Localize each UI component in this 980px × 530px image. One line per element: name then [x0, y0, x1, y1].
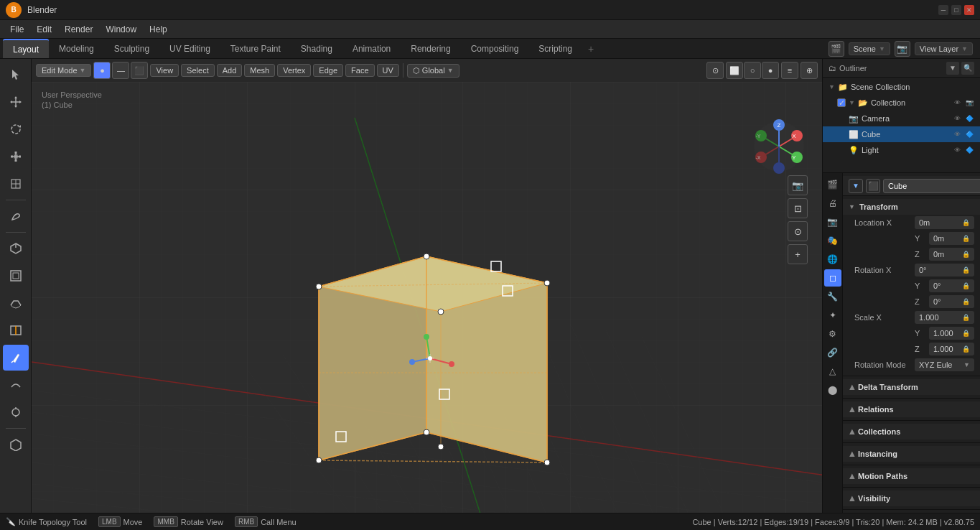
tab-modeling[interactable]: Modeling	[49, 39, 104, 58]
camera-render[interactable]: 🔷	[964, 113, 974, 124]
prop-icon-selector[interactable]: ▼	[849, 179, 863, 193]
scale-y-lock[interactable]: 🔒	[962, 330, 970, 337]
cube-hide[interactable]: 👁	[952, 129, 962, 139]
close-button[interactable]: ✕	[964, 5, 974, 15]
menu-window[interactable]: Window	[100, 22, 142, 37]
rotation-z-value[interactable]: 0° 🔒	[929, 295, 974, 308]
add-cube-tool[interactable]	[3, 432, 29, 457]
extrude-tool[interactable]	[3, 236, 29, 261]
rotation-y-lock[interactable]: 🔒	[962, 282, 970, 289]
prop-tab-data[interactable]: △	[824, 363, 841, 380]
instancing-header[interactable]: ▶ Instancing	[843, 446, 980, 462]
rotation-x-value[interactable]: 0° 🔒	[915, 264, 974, 276]
rotation-x-lock[interactable]: 🔒	[962, 266, 970, 274]
motion-paths-header[interactable]: ▶ Motion Paths	[843, 468, 980, 484]
prop-tab-object[interactable]: ◻	[824, 269, 841, 287]
prop-tab-particles[interactable]: ✦	[824, 307, 841, 324]
light-hide[interactable]: 👁	[952, 145, 962, 155]
prop-tab-constraints[interactable]: 🔗	[824, 344, 841, 361]
overlay-toggle[interactable]: ≡	[781, 62, 798, 79]
prop-tab-material[interactable]: ⬤	[824, 381, 841, 399]
visibility-header[interactable]: ▶ Visibility	[843, 491, 980, 506]
edge-select-mode[interactable]: —	[112, 62, 129, 79]
scale-tool[interactable]	[3, 144, 29, 169]
outliner-camera[interactable]: 📷 Camera 👁 🔷	[823, 111, 980, 126]
inset-tool[interactable]	[3, 263, 29, 289]
delta-transform-header[interactable]: ▶ Delta Transform	[843, 379, 980, 395]
outliner-light[interactable]: 💡 Light 👁 🔷	[823, 142, 980, 158]
cursor-tool[interactable]	[3, 62, 29, 88]
viewport[interactable]: Edit Mode ▼ ● — ⬛ View Select Add Mesh V…	[32, 59, 822, 513]
tab-animation[interactable]: Animation	[342, 39, 401, 58]
location-y-value[interactable]: 0m 🔒	[929, 232, 974, 245]
menu-help[interactable]: Help	[144, 22, 173, 37]
face-select-mode[interactable]: ⬛	[131, 62, 148, 79]
collection-render[interactable]: 📷	[964, 98, 974, 108]
camera-view-button[interactable]: 📷	[788, 175, 808, 195]
location-y-lock[interactable]: 🔒	[962, 235, 970, 242]
add-workspace-button[interactable]: +	[582, 39, 599, 58]
perspective-ortho-button[interactable]: ⊡	[788, 198, 808, 218]
mesh-menu[interactable]: Mesh	[244, 64, 275, 77]
annotate-tool[interactable]	[3, 203, 29, 229]
tab-texture-paint[interactable]: Texture Paint	[220, 39, 291, 58]
tab-compositing[interactable]: Compositing	[461, 39, 529, 58]
viewport-shading-material[interactable]: ○	[744, 62, 761, 79]
view-layer-icon[interactable]: 📷	[895, 41, 910, 57]
scale-x-value[interactable]: 1.000 🔒	[915, 311, 974, 324]
collection-visibility-check[interactable]: ✓	[837, 98, 846, 107]
knife-tool[interactable]	[3, 345, 29, 371]
tab-sculpting[interactable]: Sculpting	[104, 39, 159, 58]
outliner-cube[interactable]: ⬜ Cube 👁 🔷	[823, 126, 980, 142]
rotation-y-value[interactable]: 0° 🔒	[929, 279, 974, 292]
rotate-tool[interactable]	[3, 116, 29, 142]
prop-tab-scene[interactable]: 🎭	[824, 232, 841, 249]
cube-render[interactable]: 🔷	[964, 129, 974, 139]
loop-cut-tool[interactable]	[3, 317, 29, 343]
add-menu[interactable]: Add	[217, 64, 243, 77]
scene-selector-icon[interactable]: 🎬	[829, 41, 844, 57]
scale-z-lock[interactable]: 🔒	[962, 345, 970, 353]
shrink-fatten-tool[interactable]	[3, 399, 29, 425]
prop-tab-modifier[interactable]: 🔧	[824, 288, 841, 305]
camera-hide[interactable]: 👁	[952, 113, 962, 124]
global-transform[interactable]: ⬡ Global ▼	[407, 64, 459, 78]
navigation-gizmo[interactable]: X -X Y -Y Z	[750, 118, 808, 175]
local-view-button[interactable]: ⊙	[788, 221, 808, 241]
transform-header[interactable]: ▼ Transform	[843, 199, 980, 215]
menu-render[interactable]: Render	[59, 22, 98, 37]
prop-object-icon-selector[interactable]: ⬛	[866, 179, 880, 193]
minimize-button[interactable]: ─	[938, 5, 948, 15]
view-menu[interactable]: View	[150, 64, 179, 77]
tab-rendering[interactable]: Rendering	[401, 39, 460, 58]
collections-header[interactable]: ▶ Collections	[843, 424, 980, 440]
tab-layout[interactable]: Layout	[3, 39, 49, 58]
rotation-mode-select[interactable]: XYZ Eule ▼	[915, 358, 974, 371]
maximize-button[interactable]: □	[951, 5, 961, 15]
scale-y-value[interactable]: 1.000 🔒	[929, 327, 974, 340]
location-x-value[interactable]: 0m 🔒	[915, 216, 974, 229]
prop-tab-world[interactable]: 🌐	[824, 251, 841, 268]
menu-file[interactable]: File	[4, 22, 29, 37]
view-layer-selector[interactable]: View Layer ▼	[915, 42, 973, 55]
location-z-lock[interactable]: 🔒	[962, 251, 970, 258]
scale-x-lock[interactable]: 🔒	[962, 314, 970, 321]
uv-menu[interactable]: UV	[377, 64, 399, 77]
scene-viewport[interactable]: User Perspective (1) Cube	[32, 82, 822, 513]
relations-header[interactable]: ▶ Relations	[843, 401, 980, 417]
viewport-shading-rendered[interactable]: ●	[762, 62, 779, 79]
proportional-edit[interactable]: ⊙	[706, 62, 724, 79]
object-name-input[interactable]	[883, 179, 980, 193]
prop-tab-view-layer[interactable]: 📷	[824, 213, 841, 231]
prop-tab-render[interactable]: 🎬	[824, 176, 841, 193]
viewport-shading-solid[interactable]: ⬜	[726, 62, 743, 79]
vertex-menu[interactable]: Vertex	[277, 64, 311, 77]
tab-uv-editing[interactable]: UV Editing	[159, 39, 220, 58]
select-menu[interactable]: Select	[181, 64, 215, 77]
edge-menu[interactable]: Edge	[313, 64, 343, 77]
transform-tool[interactable]	[3, 171, 29, 197]
menu-edit[interactable]: Edit	[31, 22, 57, 37]
move-tool[interactable]	[3, 89, 29, 115]
location-x-lock[interactable]: 🔒	[962, 219, 970, 226]
smooth-tool[interactable]	[3, 372, 29, 398]
